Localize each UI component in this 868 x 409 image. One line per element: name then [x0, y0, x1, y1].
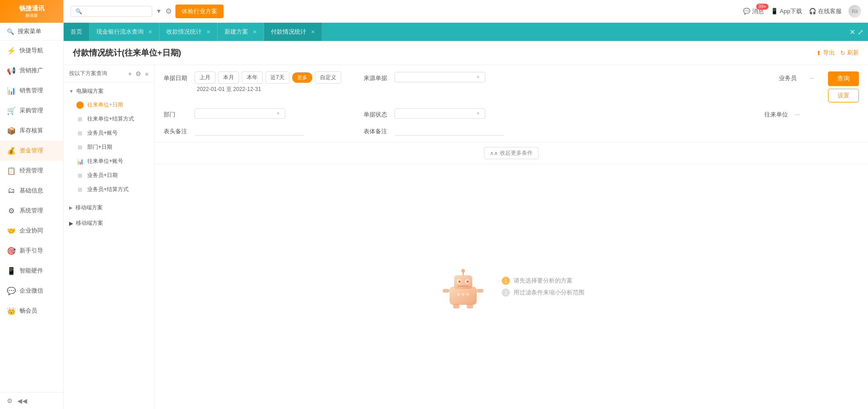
sidebar-item-wechat[interactable]: 💬 企业微信 — [0, 281, 63, 301]
sidebar-item-enterprise[interactable]: 🤝 企业协同 — [0, 221, 63, 241]
source-bill-select[interactable]: ▼ — [394, 72, 485, 82]
topbar-search-area: 🔍 ▼ ⚙ 体验行业方案 — [70, 5, 738, 18]
topbar: 🔍 ▼ ⚙ 体验行业方案 💬 消息 99+ 📱 App下载 🎧 在线客服 Ri — [64, 0, 868, 23]
sidebar-item-system[interactable]: ⚙ 系统管理 — [0, 201, 63, 221]
tab-close-cashflow[interactable]: ✕ — [148, 29, 152, 35]
hint-num-2: 2 — [502, 288, 510, 297]
tab-receipt-stats[interactable]: 收款情况统计✕ — [160, 23, 218, 41]
sidebar-item-member[interactable]: 👑 畅会员 — [0, 301, 63, 321]
hint-2-text: 用过滤条件来缩小分析范围 — [514, 288, 584, 297]
nav-label-wechat: 企业微信 — [20, 287, 43, 295]
tabbar-actions: ✕ ⤢ — [845, 23, 868, 41]
tab-payment-stats[interactable]: 付款情况统计✕ — [264, 23, 322, 41]
scheme-section-title-mobile[interactable]: ▶ 移动端方案 — [64, 201, 154, 214]
trial-btn[interactable]: 体验行业方案 — [175, 5, 224, 18]
collapse-sidebar-icon[interactable]: ◀◀ — [17, 397, 27, 404]
nav-icon-marketing: 📢 — [7, 66, 16, 75]
scheme-item-label-staff-account: 业务员+账号 — [87, 129, 118, 137]
scheme-settings-icon[interactable]: ⚙ — [135, 70, 141, 77]
page-header-actions: ⬆ 导出 ↻ 刷新 — [816, 49, 859, 57]
sidebar-item-inventory[interactable]: 📦 库存核算 — [0, 121, 63, 141]
notifications-item[interactable]: 💬 消息 99+ — [743, 7, 764, 15]
scheme-item-dept-date[interactable]: ⊞部门+日期 — [64, 140, 154, 154]
avatar-text: Rit — [852, 9, 858, 14]
search-menu-item[interactable]: 🔍 搜索菜单 — [0, 23, 63, 40]
page-content: 付款情况统计(往来单位+日期) ⬆ 导出 ↻ 刷新 按以下方案查询 + — [64, 41, 868, 409]
tab-close-payment-stats[interactable]: ✕ — [311, 29, 315, 35]
topbar-icons: 💬 消息 99+ 📱 App下载 🎧 在线客服 Rit — [743, 5, 861, 18]
tab-close-receipt-stats[interactable]: ✕ — [206, 29, 210, 35]
left-panel: 按以下方案查询 + ⚙ « ▼ 电脑端方案 往来单位+日期⊞往来单位+结算方式⊞… — [64, 65, 155, 409]
nav-icon-hardware: 📱 — [7, 266, 16, 275]
export-label: 导出 — [823, 49, 835, 57]
refresh-icon: ↻ — [840, 50, 845, 56]
settings-bottom-icon[interactable]: ⚙ — [7, 397, 13, 404]
collapse-bar: ∧∧ 收起更多条件 — [155, 142, 868, 164]
date-custom[interactable]: 自定义 — [315, 71, 341, 84]
scheme-section-mobile[interactable]: ▶移动端方案 — [64, 217, 154, 230]
scheme-item-staff-date[interactable]: ⊞业务员+日期 — [64, 168, 154, 182]
tab-new-scheme[interactable]: 新建方案✕ — [218, 23, 264, 41]
query-btn[interactable]: 查询 — [828, 71, 859, 86]
scheme-item-staff-settle[interactable]: ⊞业务员+结算方式 — [64, 182, 154, 197]
add-scheme-btn[interactable]: + — [128, 70, 132, 77]
user-avatar[interactable]: Rit — [848, 5, 861, 18]
table-body-note-input[interactable] — [394, 124, 504, 136]
date-this-year[interactable]: 本年 — [242, 71, 263, 84]
tab-home[interactable]: 首页 — [64, 23, 90, 41]
maximize-icon[interactable]: ⤢ — [858, 28, 863, 36]
topbar-dropdown-arrow[interactable]: ▼ — [156, 8, 162, 15]
scheme-item-partner-date[interactable]: 往来单位+日期 — [64, 98, 154, 112]
sidebar-logo: 畅捷通讯 标准版 — [0, 0, 63, 23]
date-label: 单据日期 — [164, 71, 191, 82]
table-icon-partner-settle: ⊞ — [76, 116, 84, 123]
date-more[interactable]: 更多 — [292, 72, 312, 83]
page-header: 付款情况统计(往来单位+日期) ⬆ 导出 ↻ 刷新 — [64, 41, 868, 65]
sidebar-item-sales[interactable]: 📊 销售管理 — [0, 81, 63, 101]
date-last-7[interactable]: 近7天 — [265, 71, 289, 84]
scheme-item-staff-account[interactable]: ⊞业务员+账号 — [64, 126, 154, 140]
nav-icon-basic: 🗂 — [7, 186, 16, 195]
query-area: 查询 设置 — [828, 71, 859, 102]
nav-label-operation: 经营管理 — [20, 167, 43, 175]
date-options: 上月 本月 本年 近7天 更多 自定义 — [195, 71, 341, 84]
scheme-item-partner-settle[interactable]: ⊞往来单位+结算方式 — [64, 112, 154, 126]
bill-status-select[interactable]: ▼ — [394, 108, 485, 119]
nav-label-guide: 新手引导 — [20, 247, 43, 255]
sidebar-item-guide[interactable]: 🎯 新手引导 — [0, 241, 63, 261]
date-this-month[interactable]: 本月 — [218, 71, 239, 84]
sidebar-item-operation[interactable]: 📋 经营管理 — [0, 161, 63, 181]
online-service-item[interactable]: 🎧 在线客服 — [809, 7, 842, 15]
topbar-gear-icon[interactable]: ⚙ — [165, 7, 172, 15]
nav-icon-guide: 🎯 — [7, 246, 16, 255]
sidebar-item-finance[interactable]: 💰 资金管理 — [0, 141, 63, 161]
refresh-btn[interactable]: ↻ 刷新 — [840, 49, 859, 57]
tab-label-receipt-stats: 收款情况统计 — [166, 28, 202, 36]
sidebar-item-marketing[interactable]: 📢 营销推广 — [0, 61, 63, 81]
sidebar-item-basic[interactable]: 🗂 基础信息 — [0, 181, 63, 201]
app-download-item[interactable]: 📱 App下载 — [771, 7, 802, 15]
tab-close-new-scheme[interactable]: ✕ — [253, 29, 257, 35]
close-all-tabs-icon[interactable]: ✕ — [849, 28, 855, 36]
sidebar-item-purchase[interactable]: 🛒 采购管理 — [0, 101, 63, 121]
bill-status-arrow: ▼ — [476, 111, 480, 116]
staff-dots[interactable]: ... — [810, 74, 814, 80]
sidebar-item-quick-nav[interactable]: ⚡ 快捷导航 — [0, 40, 63, 61]
tab-label-new-scheme: 新建方案 — [224, 28, 248, 36]
collapse-left-panel-icon[interactable]: « — [145, 70, 149, 77]
section-arrow-mobile: ▶ — [69, 205, 73, 210]
scheme-section-title-desktop[interactable]: ▼ 电脑端方案 — [64, 85, 154, 98]
tab-cashflow[interactable]: 现金银行流水查询✕ — [90, 23, 160, 41]
tabbar: 首页现金银行流水查询✕收款情况统计✕新建方案✕付款情况统计✕ ✕ ⤢ — [64, 23, 868, 41]
content-area: 按以下方案查询 + ⚙ « ▼ 电脑端方案 往来单位+日期⊞往来单位+结算方式⊞… — [64, 65, 868, 409]
table-header-note-input[interactable] — [195, 124, 304, 136]
export-btn[interactable]: ⬆ 导出 — [816, 49, 835, 57]
scheme-item-partner-account[interactable]: 📊往来单位+账号 — [64, 154, 154, 168]
settings-btn[interactable]: 设置 — [828, 89, 859, 102]
sidebar-item-hardware[interactable]: 📱 智能硬件 — [0, 261, 63, 281]
dept-select[interactable]: ▼ — [195, 108, 285, 119]
partner-dots[interactable]: ... — [795, 110, 800, 116]
collapse-more-btn[interactable]: ∧∧ 收起更多条件 — [484, 147, 539, 159]
topbar-search-box[interactable]: 🔍 — [70, 6, 152, 17]
date-last-month[interactable]: 上月 — [195, 71, 215, 84]
